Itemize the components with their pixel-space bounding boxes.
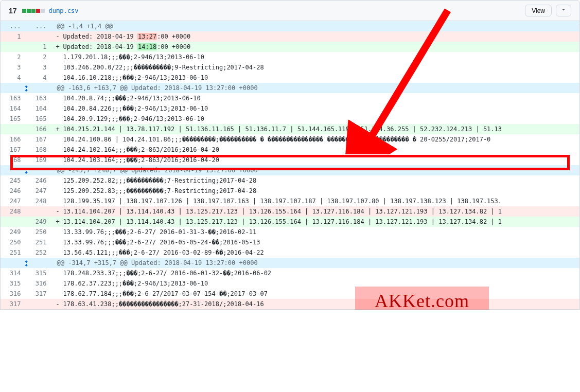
line-num-new[interactable]: 3 <box>26 62 52 73</box>
line-num-new[interactable]: 251 <box>26 237 52 247</box>
line-num-old[interactable]: 250 <box>1 237 26 247</box>
line-num-old[interactable]: 247 <box>1 196 26 206</box>
code-content[interactable]: @@ -163,6 +163,7 @@ Updated: 2018-04-19 … <box>52 83 580 93</box>
diff-row: 33103.246.200.0/22;;;����������;9-Restri… <box>1 62 580 73</box>
expand-icon[interactable] <box>1 258 52 268</box>
diff-row: 25025113.33.99.76;;;���;2-6-27/ 2016-05-… <box>1 237 580 247</box>
diff-row: 166167104.24.100.86 | 104.24.101.86;;;��… <box>1 134 580 145</box>
line-num-new[interactable]: 247 <box>26 186 52 196</box>
line-num-old[interactable]: 248 <box>1 206 26 217</box>
line-num-old[interactable]: 245 <box>1 175 26 186</box>
diff-row: 1Updated: 2018-04-19 14:18:00 +0000 <box>1 42 580 52</box>
line-num-new[interactable]: 252 <box>26 247 52 258</box>
code-content[interactable]: 104.20.84.226;;;���;2-946/13;2013-06-10 <box>52 103 580 114</box>
line-num-new[interactable]: 315 <box>26 268 52 278</box>
code-content[interactable]: 104.24.102.164;;;���;2-863/2016;2016-04-… <box>52 145 580 155</box>
diff-row: ......@@ -1,4 +1,4 @@ <box>1 21 580 31</box>
expand-icon[interactable] <box>1 83 52 93</box>
line-num-new[interactable]: 317 <box>26 289 52 299</box>
code-content[interactable]: 178.62.37.223;;;���;2-946/13;2013-06-10 <box>52 278 580 289</box>
diff-row: 1Updated: 2018-04-19 13:27:00 +0000 <box>1 31 580 42</box>
code-content[interactable]: 104.16.10.218;;;���;2-946/13;2013-06-10 <box>52 73 580 83</box>
line-num-new[interactable]: 169 <box>26 155 52 165</box>
code-content[interactable]: 104.24.103.164;;;���;2-863/2016;2016-04-… <box>52 155 580 165</box>
code-content[interactable]: 104.215.21.144 | 13.78.117.192 | 51.136.… <box>52 124 580 134</box>
diff-row: 315316178.62.37.223;;;���;2-946/13;2013-… <box>1 278 580 289</box>
line-num-new[interactable]: 248 <box>26 196 52 206</box>
code-content[interactable]: 178.248.233.37;;;���;2-6-27/ 2016-06-01-… <box>52 268 580 278</box>
line-num-new[interactable]: 249 <box>26 217 52 227</box>
diff-row: 247248128.199.35.197 | 138.197.107.126 |… <box>1 196 580 206</box>
code-content[interactable]: 104.24.100.86 | 104.24.101.86;;;��������… <box>52 134 580 145</box>
line-num-old[interactable]: 4 <box>1 73 26 83</box>
code-content[interactable]: @@ -314,7 +315,7 @@ Updated: 2018-04-19 … <box>52 258 580 268</box>
code-content[interactable]: 13.33.99.76;;;���;2-6-27/ 2016-05-05-24-… <box>52 237 580 247</box>
line-num-new[interactable]: 165 <box>26 114 52 124</box>
line-num-old[interactable]: 249 <box>1 227 26 237</box>
code-content[interactable]: 13.33.99.76;;;���;2-6-27/ 2016-01-31-3-�… <box>52 227 580 237</box>
line-num-new[interactable] <box>26 299 52 310</box>
line-num-new[interactable]: 168 <box>26 145 52 155</box>
diff-row: 246247125.209.252.83;;;����������;7-Rest… <box>1 186 580 196</box>
line-num-old[interactable]: 1 <box>1 31 26 42</box>
line-num-old[interactable]: 167 <box>1 145 26 155</box>
line-num-new[interactable]: 167 <box>26 134 52 145</box>
line-num-old[interactable]: 246 <box>1 186 26 196</box>
line-num-new[interactable]: 166 <box>26 124 52 134</box>
code-content[interactable]: 1.179.201.18;;;���;2-946/13;2013-06-10 <box>52 52 580 62</box>
code-content[interactable]: 125.209.252.83;;;����������;7-Restrictin… <box>52 186 580 196</box>
code-content[interactable]: Updated: 2018-04-19 14:18:00 +0000 <box>52 42 580 52</box>
line-num-new[interactable]: 2 <box>26 52 52 62</box>
line-num-old[interactable] <box>1 124 26 134</box>
line-num-old[interactable]: 2 <box>1 52 26 62</box>
code-content[interactable]: 128.199.35.197 | 138.197.107.126 | 138.1… <box>52 196 580 206</box>
code-content[interactable]: 13.56.45.121;;;���;2-6-27/ 2016-03-02-89… <box>52 247 580 258</box>
diff-row: 221.179.201.18;;;���;2-946/13;2013-06-10 <box>1 52 580 62</box>
filename[interactable]: dump.csv <box>49 7 79 14</box>
code-content[interactable]: 103.246.200.0/22;;;����������;9-Restrict… <box>52 62 580 73</box>
line-num-old[interactable]: 168 <box>1 155 26 165</box>
line-num-new[interactable] <box>26 31 52 42</box>
line-num-new[interactable]: 250 <box>26 227 52 237</box>
line-num-old[interactable]: 317 <box>1 299 26 310</box>
line-num-new[interactable]: 4 <box>26 73 52 83</box>
code-content[interactable]: 178.62.77.184;;;���;2-6-27/2017-03-07-15… <box>52 289 580 299</box>
line-num-new[interactable]: 246 <box>26 175 52 186</box>
diff-row: @@ -163,6 +163,7 @@ Updated: 2018-04-19 … <box>1 83 580 93</box>
line-num-new[interactable]: ... <box>26 21 52 31</box>
line-num-old[interactable]: 314 <box>1 268 26 278</box>
line-num-new[interactable]: 1 <box>26 42 52 52</box>
line-num-old[interactable] <box>1 42 26 52</box>
code-content[interactable]: @@ -245,7 +246,7 @@ Updated: 2018-04-19 … <box>52 165 580 175</box>
code-content[interactable]: 13.114.104.207 | 13.114.140.43 | 13.125.… <box>52 206 580 217</box>
line-num-old[interactable]: 251 <box>1 247 26 258</box>
code-content[interactable]: 178.63.41.238;;����������������;27-31-20… <box>52 299 580 310</box>
code-content[interactable]: 104.20.9.129;;;���;2-946/13;2013-06-10 <box>52 114 580 124</box>
line-num-old[interactable]: 163 <box>1 93 26 103</box>
line-num-new[interactable] <box>26 206 52 217</box>
line-num-old[interactable]: 316 <box>1 289 26 299</box>
view-button[interactable]: View <box>525 5 552 16</box>
line-num-new[interactable]: 164 <box>26 103 52 114</box>
file-menu-button[interactable] <box>556 5 571 16</box>
diff-row: 24913.114.104.207 | 13.114.140.43 | 13.1… <box>1 217 580 227</box>
line-num-new[interactable]: 316 <box>26 278 52 289</box>
expand-icon[interactable] <box>1 165 52 175</box>
code-content[interactable]: 104.20.8.74;;;���;2-946/13;2013-06-10 <box>52 93 580 103</box>
diff-row: 166104.215.21.144 | 13.78.117.192 | 51.1… <box>1 124 580 134</box>
code-content[interactable]: 125.209.252.82;;;����������;7-Restrictin… <box>52 175 580 186</box>
line-num-old[interactable]: 164 <box>1 103 26 114</box>
line-num-old[interactable]: 166 <box>1 134 26 145</box>
code-content[interactable]: @@ -1,4 +1,4 @@ <box>52 21 580 31</box>
line-num-old[interactable]: 315 <box>1 278 26 289</box>
diff-row: 24925013.33.99.76;;;���;2-6-27/ 2016-01-… <box>1 227 580 237</box>
diffstat-squares <box>22 9 45 13</box>
code-content[interactable]: Updated: 2018-04-19 13:27:00 +0000 <box>52 31 580 42</box>
line-num-old[interactable]: ... <box>1 21 26 31</box>
line-num-old[interactable]: 165 <box>1 114 26 124</box>
line-num-old[interactable] <box>1 217 26 227</box>
code-content[interactable]: 13.114.104.207 | 13.114.140.43 | 13.125.… <box>52 217 580 227</box>
line-num-new[interactable]: 163 <box>26 93 52 103</box>
diff-row: 165165104.20.9.129;;;���;2-946/13;2013-0… <box>1 114 580 124</box>
line-num-old[interactable]: 3 <box>1 62 26 73</box>
